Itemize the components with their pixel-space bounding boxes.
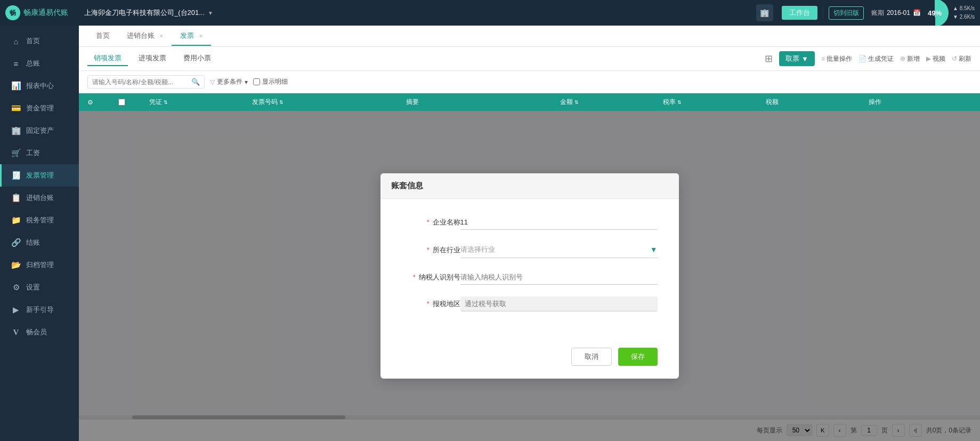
sub-tab-expenses[interactable]: 费用小票 — [177, 51, 217, 66]
sidebar-item-reports[interactable]: 📊 报表中心 — [0, 75, 79, 97]
tab-invoices-close[interactable]: × — [199, 33, 203, 39]
period-display: 账期 2016-01 📅 — [871, 9, 921, 18]
tab-purchases-close[interactable]: × — [160, 33, 163, 39]
sidebar-item-home[interactable]: ⌂ 首页 — [0, 30, 79, 52]
sort-icon-2[interactable]: ⇅ — [279, 100, 284, 105]
dialog-title: 账套信息 — [380, 173, 679, 199]
tax-icon: 📁 — [11, 215, 21, 225]
purchases-icon: 📋 — [11, 193, 21, 203]
company-name-input[interactable] — [460, 215, 658, 230]
sidebar-label-reports: 报表中心 — [26, 81, 54, 91]
gen-voucher-link[interactable]: 📄 生成凭证 — [858, 54, 894, 63]
sub-tab-sales[interactable]: 销项发票 — [87, 51, 128, 66]
th-settings: ⚙ — [87, 99, 118, 106]
topbar-right: 49% ▲ 8.5K/s ▼ 2.6K/s — [921, 0, 975, 27]
sidebar-label-tax: 税务管理 — [26, 215, 54, 225]
filter-arrow: ▾ — [245, 78, 248, 86]
filter-btn[interactable]: ▽ 更多条件 ▾ — [210, 77, 248, 86]
th-invoice-no: 发票号码 ⇅ — [252, 98, 406, 107]
select-all-checkbox[interactable] — [118, 99, 125, 106]
table-header: ⚙ 凭证 ⇅ 发票号码 ⇅ 摘要 金额 ⇅ 税率 ⇅ — [79, 93, 980, 111]
sidebar-label-settings: 设置 — [26, 283, 40, 292]
show-details-checkbox[interactable]: 显示明细 — [253, 77, 288, 86]
company-icon-btn[interactable]: 🏢 — [756, 4, 773, 21]
sidebar-item-ledger[interactable]: ≡ 总账 — [0, 52, 79, 75]
tax-id-input[interactable] — [460, 270, 658, 285]
search-box: 🔍 — [87, 75, 205, 89]
switch-old-button[interactable]: 切到旧版 — [829, 6, 864, 20]
topbar: 畅 畅康通易代账 上海卯金刀电子科技有限公司_(台201... ▼ 🏢 工作台 … — [0, 0, 980, 26]
account-info-dialog: 账套信息 * 企业名称 * — [380, 173, 679, 379]
sidebar-item-invoices[interactable]: 🧾 发票管理 — [0, 164, 79, 187]
sort-icon-4[interactable]: ⇅ — [677, 100, 682, 105]
speed-percent: 49% — [928, 9, 942, 17]
tab-purchases[interactable]: 进销台账 × — [118, 27, 172, 46]
sort-icon-3[interactable]: ⇅ — [574, 100, 579, 105]
tax-region-label: * 报税地区 — [402, 299, 460, 309]
sort-icon[interactable]: ⇅ — [164, 100, 168, 105]
video-link[interactable]: ▶ 视频 — [926, 54, 945, 63]
invoices-icon: 🧾 — [11, 171, 21, 180]
cancel-button[interactable]: 取消 — [571, 348, 612, 366]
sub-tab-purchases[interactable]: 进项发票 — [132, 51, 173, 66]
sidebar-item-payroll[interactable]: 🛒 工资 — [0, 142, 79, 164]
search-icon[interactable]: 🔍 — [191, 78, 200, 86]
sidebar-item-guide[interactable]: ▶ 新手引导 — [0, 299, 79, 321]
grid-view-btn[interactable]: ⊞ — [765, 53, 773, 65]
ticket-button[interactable]: 取票 ▼ — [779, 51, 815, 66]
calendar-icon[interactable]: 📅 — [913, 9, 921, 17]
sidebar: ⌂ 首页 ≡ 总账 📊 报表中心 💳 资金管理 🏢 固定资产 🛒 工资 🧾 发票… — [0, 26, 79, 441]
details-checkbox[interactable] — [253, 78, 260, 85]
dialog-footer: 取消 保存 — [380, 339, 679, 379]
logo-icon: 畅 — [5, 5, 20, 20]
speed-down: ▼ 2.6K/s — [953, 13, 975, 21]
th-actions: 操作 — [869, 98, 971, 107]
speed-circle: 49% — [921, 0, 949, 27]
member-icon: V — [11, 328, 21, 337]
save-button[interactable]: 保存 — [618, 348, 658, 366]
finance-icon: 💳 — [11, 103, 21, 113]
sidebar-item-archive[interactable]: 📂 归档管理 — [0, 254, 79, 276]
th-checkbox — [118, 99, 149, 106]
refresh-link[interactable]: ↺ 刷新 — [952, 54, 971, 63]
content-area: 账套信息 * 企业名称 * — [79, 111, 980, 441]
sidebar-label-archive: 归档管理 — [26, 260, 54, 270]
sidebar-item-finance[interactable]: 💳 资金管理 — [0, 97, 79, 119]
tab-invoices[interactable]: 发票 × — [172, 27, 211, 46]
sidebar-item-tax[interactable]: 📁 税务管理 — [0, 209, 79, 231]
dialog-overlay: 账套信息 * 企业名称 * — [79, 111, 980, 441]
th-amount: 金额 ⇅ — [560, 98, 663, 107]
settings-icon[interactable]: ⚙ — [87, 99, 93, 106]
sub-tabs-bar: 销项发票 进项发票 费用小票 ⊞ 取票 ▼ ≡ 批量操作 — [79, 47, 980, 71]
company-selector[interactable]: 上海卯金刀电子科技有限公司_(台201... ▼ — [84, 8, 756, 18]
sidebar-item-member[interactable]: V 畅会员 — [0, 321, 79, 343]
reports-icon: 📊 — [11, 81, 21, 91]
sidebar-label-purchases: 进销台账 — [26, 193, 54, 203]
ticket-btn-wrapper: 取票 ▼ — [779, 51, 815, 66]
sidebar-label-payroll: 工资 — [26, 148, 40, 158]
settlement-icon: 🔗 — [11, 238, 21, 247]
batch-ops-icon: ≡ — [821, 55, 825, 62]
nav-tabs: 首页 进销台账 × 发票 × — [79, 26, 980, 47]
ledger-icon: ≡ — [11, 59, 21, 68]
sidebar-item-settlement[interactable]: 🔗 结账 — [0, 231, 79, 254]
form-row-tax-region: * 报税地区 — [402, 296, 658, 311]
workbench-button[interactable]: 工作台 — [782, 6, 817, 20]
th-tax-rate: 税率 ⇅ — [663, 98, 766, 107]
search-input[interactable] — [92, 78, 188, 86]
industry-select[interactable]: 请选择行业 ▼ — [460, 242, 658, 258]
sidebar-item-assets[interactable]: 🏢 固定资产 — [0, 119, 79, 142]
sidebar-label-invoices: 发票管理 — [26, 171, 54, 180]
th-voucher: 凭证 ⇅ — [149, 98, 252, 107]
tax-region-input — [460, 296, 658, 311]
sidebar-label-assets: 固定资产 — [26, 126, 54, 135]
form-row-tax-id: * 纳税人识别号 — [402, 270, 658, 285]
sidebar-item-settings[interactable]: ⚙ 设置 — [0, 276, 79, 299]
batch-ops-link[interactable]: ≡ 批量操作 — [821, 54, 852, 63]
required-star: * — [427, 218, 430, 226]
add-link[interactable]: ⊕ 新增 — [900, 54, 920, 63]
sidebar-label-home: 首页 — [26, 36, 40, 46]
sidebar-item-purchases[interactable]: 📋 进销台账 — [0, 187, 79, 209]
tab-home[interactable]: 首页 — [87, 27, 118, 46]
industry-label: * 所在行业 — [402, 245, 460, 255]
